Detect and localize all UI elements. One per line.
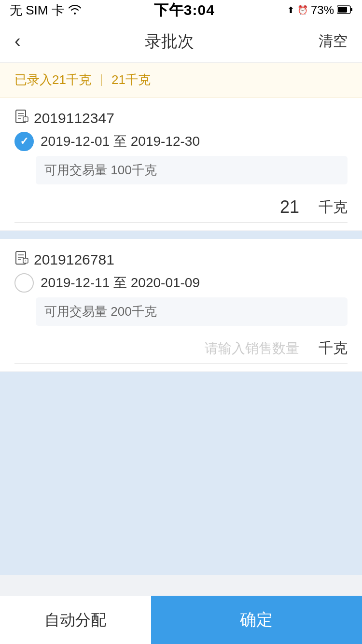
batch-1-id: 2019112347 [34,110,114,126]
bottom-empty-area [0,372,362,575]
batch-card-2: ↑ 2019126781 2019-12-11 至 2020-01-09 可用交… [0,239,362,371]
section-divider [0,231,362,239]
battery-icon [337,3,352,17]
batch-1-available: 可用交易量 100千克 [36,156,348,184]
svg-rect-1 [350,8,352,11]
status-left: 无 SIM 卡 [10,2,82,19]
confirm-button[interactable]: 确定 [151,596,362,644]
battery-percent: 73% [311,3,334,17]
batch-2-input-placeholder: 请输入销售数量 [205,339,299,358]
status-bar: 无 SIM 卡 下午3:04 ⬆ ⏰ 73% [0,0,362,20]
sim-label: 无 SIM 卡 [10,2,64,19]
recorded-amount-label: 已录入21千克 [14,71,91,88]
batch-2-id: 2019126781 [34,252,114,268]
svg-text:↑: ↑ [25,117,27,122]
batch-2-date: 2019-12-11 至 2020-01-09 [41,274,200,292]
svg-text:↑: ↑ [25,259,27,263]
status-right: ⬆ ⏰ 73% [287,3,352,17]
back-button[interactable]: ‹ [14,31,21,52]
batch-1-quantity-value[interactable]: 21 [280,197,299,217]
info-divider [101,74,102,86]
batch-1-avail-text: 可用交易量 100千克 [44,163,157,177]
info-bar: 已录入21千克 21千克 [0,63,362,98]
batch-1-radio[interactable] [14,132,34,151]
batch-1-unit: 千克 [319,197,348,217]
batch-2-doc-icon: ↑ [14,251,29,268]
batch-2-radio[interactable] [14,273,34,293]
wifi-icon [68,3,82,18]
batch-card-1: ↑ 2019112347 2019-12-01 至 2019-12-30 可用交… [0,98,362,230]
batch-2-unit: 千克 [319,338,348,358]
location-icon: ⬆ [287,5,294,15]
recorded-amount-value: 21千克 [111,71,151,88]
status-time: 下午3:04 [154,0,215,20]
bottom-bar: 自动分配 确定 [0,596,362,644]
batch-1-date: 2019-12-01 至 2019-12-30 [41,132,200,151]
auto-distribute-button[interactable]: 自动分配 [0,596,151,644]
batch-1-date-row[interactable]: 2019-12-01 至 2019-12-30 [0,132,362,156]
batch-1-quantity-row: 21 千克 [0,192,362,222]
batch-2-header: ↑ 2019126781 [0,239,362,273]
nav-bar: ‹ 录批次 清空 [0,20,362,63]
batch-2-quantity-row: 请输入销售数量 千克 [0,334,362,363]
batch-1-doc-icon: ↑ [14,109,29,127]
alarm-icon: ⏰ [297,5,308,15]
clear-button[interactable]: 清空 [319,31,348,51]
batch-2-avail-text: 可用交易量 200千克 [44,304,157,319]
batch-2-date-row[interactable]: 2019-12-11 至 2020-01-09 [0,273,362,297]
batch-1-header: ↑ 2019112347 [0,98,362,132]
svg-rect-2 [338,7,347,13]
batch-2-available: 可用交易量 200千克 [36,297,348,326]
page-title: 录批次 [145,30,194,53]
